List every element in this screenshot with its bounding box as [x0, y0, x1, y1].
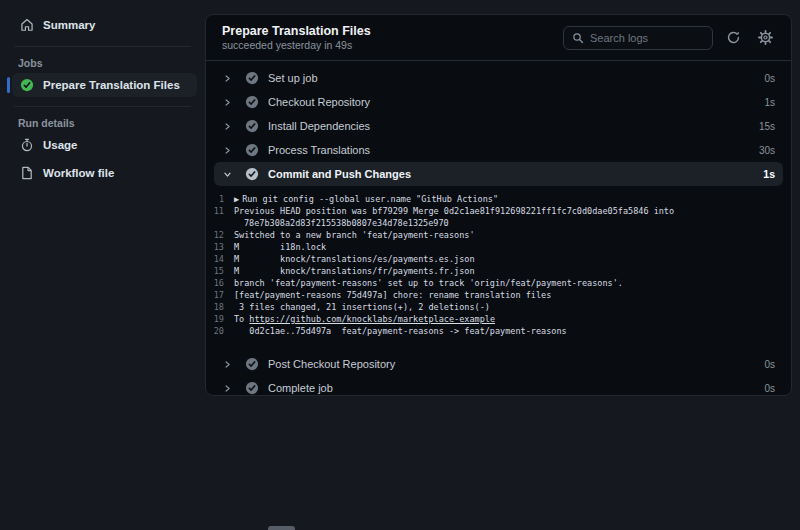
- step-duration: 0s: [764, 383, 775, 394]
- log-line: 16 branch 'feat/payment-reasons' set up …: [206, 277, 779, 289]
- sidebar-item-usage[interactable]: Usage: [12, 133, 197, 157]
- log-line: 18 3 files changed, 21 insertions(+), 2 …: [206, 301, 779, 313]
- log-line: 14 M knock/translations/es/payments.es.j…: [206, 253, 779, 265]
- chevron-right-icon: [222, 74, 232, 83]
- job-status-text: succeeded yesterday in 49s: [222, 39, 563, 52]
- step-duration: 0s: [764, 359, 775, 370]
- log-line: 15 M knock/translations/fr/payments.fr.j…: [206, 265, 779, 277]
- stopwatch-icon: [20, 138, 34, 152]
- log-settings-gear-icon[interactable]: [753, 26, 777, 50]
- log-url-link[interactable]: https://github.com/knocklabs/marketplace…: [249, 313, 495, 325]
- search-logs-input[interactable]: Search logs: [563, 26, 713, 50]
- success-check-icon: [20, 78, 34, 92]
- log-line: 13 M i18n.lock: [206, 241, 779, 253]
- step-row-install-dependencies[interactable]: Install Dependencies 15s: [206, 114, 791, 138]
- chevron-right-icon: [222, 384, 232, 393]
- step-expanded-commit-and-push-changes: Commit and Push Changes 1s 1 ▶ Run git c…: [206, 162, 791, 346]
- step-duration: 15s: [759, 121, 775, 132]
- sidebar-item-label: Workflow file: [43, 167, 114, 179]
- chevron-right-icon: [222, 98, 232, 107]
- sidebar-divider: [14, 106, 191, 107]
- chevron-right-icon: [222, 122, 232, 131]
- search-placeholder: Search logs: [590, 32, 648, 44]
- log-line-wrap: 78e7b308a2d83f215538b0807e34d78e1325e970: [206, 217, 779, 229]
- step-duration: 1s: [763, 168, 775, 180]
- job-log-panel: Prepare Translation Files succeeded yest…: [205, 14, 792, 396]
- check-circle-icon: [245, 167, 259, 181]
- sidebar: Summary Jobs Prepare Translation Files R…: [0, 0, 205, 530]
- check-circle-icon: [245, 119, 259, 133]
- run-details-section-label: Run details: [18, 117, 197, 129]
- sidebar-item-label: Usage: [43, 139, 78, 151]
- log-line: 17 [feat/payment-reasons 75d497a] chore:…: [206, 289, 779, 301]
- check-circle-icon: [245, 95, 259, 109]
- step-row-complete-job[interactable]: Complete job 0s: [206, 376, 791, 396]
- search-icon: [572, 32, 584, 44]
- log-line: 12 Switched to a new branch 'feat/paymen…: [206, 229, 779, 241]
- steps-list: Set up job 0s Checkout Repository 1s Ins…: [206, 61, 791, 396]
- jobs-section-label: Jobs: [18, 57, 197, 69]
- step-row-set-up-job[interactable]: Set up job 0s: [206, 66, 791, 90]
- workflow-file-icon: [20, 166, 34, 180]
- check-circle-icon: [245, 381, 259, 395]
- panel-header: Prepare Translation Files succeeded yest…: [206, 15, 791, 61]
- step-row-checkout-repository[interactable]: Checkout Repository 1s: [206, 90, 791, 114]
- job-title: Prepare Translation Files: [222, 24, 563, 39]
- step-duration: 0s: [764, 73, 775, 84]
- home-icon: [20, 18, 34, 32]
- sidebar-item-job-prepare-translation-files[interactable]: Prepare Translation Files: [12, 73, 197, 97]
- chevron-down-icon: [222, 170, 232, 179]
- sidebar-item-workflow-file[interactable]: Workflow file: [12, 161, 197, 185]
- step-row-process-translations[interactable]: Process Translations 30s: [206, 138, 791, 162]
- log-line: 1 ▶ Run git config --global user.name "G…: [206, 193, 779, 205]
- log-group-toggle-icon[interactable]: ▶: [234, 193, 239, 205]
- check-circle-icon: [245, 143, 259, 157]
- log-line: 19 To https://github.com/knocklabs/marke…: [206, 313, 779, 325]
- log-output: 1 ▶ Run git config --global user.name "G…: [206, 186, 791, 346]
- chevron-right-icon: [222, 360, 232, 369]
- log-line: 20 0d2c1ae..75d497a feat/payment-reasons…: [206, 325, 779, 337]
- step-row-post-checkout-repository[interactable]: Post Checkout Repository 0s: [206, 352, 791, 376]
- step-duration: 1s: [764, 97, 775, 108]
- scrollbar-thumb[interactable]: [268, 526, 295, 530]
- chevron-right-icon: [222, 146, 232, 155]
- sidebar-divider: [14, 46, 191, 47]
- check-circle-icon: [245, 71, 259, 85]
- sidebar-item-label: Prepare Translation Files: [43, 79, 180, 91]
- step-row-commit-and-push-changes[interactable]: Commit and Push Changes 1s: [214, 162, 783, 186]
- step-duration: 30s: [759, 145, 775, 156]
- sidebar-item-label: Summary: [43, 19, 95, 31]
- log-line: 11 Previous HEAD position was bf79299 Me…: [206, 205, 779, 217]
- check-circle-icon: [245, 357, 259, 371]
- refresh-logs-button[interactable]: [721, 26, 745, 50]
- sidebar-item-summary[interactable]: Summary: [12, 13, 197, 37]
